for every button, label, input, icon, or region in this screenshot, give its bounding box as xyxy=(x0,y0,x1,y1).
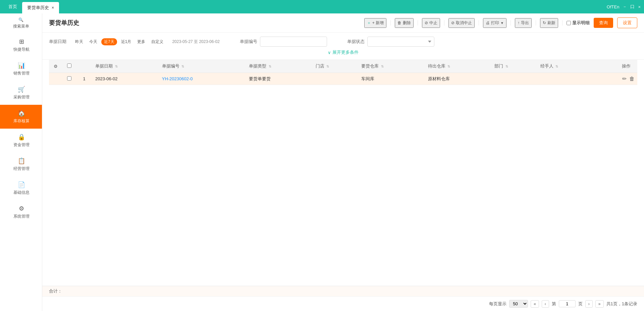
data-table: ⚙ 单据日期 ⇅ 单据编号 ⇅ xyxy=(49,60,637,85)
sort-handler-icon: ⇅ xyxy=(555,64,558,68)
refresh-icon: ↻ xyxy=(543,20,546,25)
doc-status-group: 单据状态 xyxy=(347,37,434,47)
per-page-select[interactable]: 50 100 xyxy=(509,300,528,308)
new-button[interactable]: ＋ + 新增 xyxy=(364,18,386,28)
date-btn-1month[interactable]: 近1月 xyxy=(119,38,133,45)
doc-status-select[interactable] xyxy=(367,37,434,47)
refresh-label: 刷新 xyxy=(547,20,555,26)
th-checkbox[interactable] xyxy=(62,60,76,73)
query-button[interactable]: 查询 xyxy=(594,18,613,28)
sidebar-item-basic[interactable]: 📄 基础信息 xyxy=(0,176,42,200)
th-handler[interactable]: 经手人 ⇅ xyxy=(538,60,594,73)
delete-row-icon[interactable]: 🗑 xyxy=(629,76,635,82)
divider2 xyxy=(418,20,418,26)
page-number-input[interactable] xyxy=(559,300,576,307)
sidebar-item-quick-nav[interactable]: ⊞ 快捷导航 xyxy=(0,33,42,57)
expand-chevron-icon: ∨ xyxy=(328,50,331,55)
refresh-button[interactable]: ↻ 刷新 xyxy=(540,18,558,28)
minimize-icon[interactable]: － xyxy=(623,4,627,10)
delete-icon: 🗑 xyxy=(397,20,401,25)
row-num: 1 xyxy=(76,73,93,85)
th-doc-date[interactable]: 单据日期 ⇅ xyxy=(93,60,159,73)
expand-more-btn[interactable]: ∨ 展开更多条件 xyxy=(49,49,637,55)
prev-page-btn[interactable]: ‹ xyxy=(542,300,549,308)
sidebar-item-sales[interactable]: 📊 销售管理 xyxy=(0,57,42,81)
doc-number-link[interactable]: YH-20230602-0 xyxy=(162,76,193,81)
sidebar-label-finance: 资金管理 xyxy=(13,142,30,148)
table-row: 1 2023-06-02 YH-20230602-0 要货单要货 车间库 原材料… xyxy=(49,73,637,85)
action-icons: ✏ 🗑 xyxy=(596,76,635,82)
th-settings[interactable]: ⚙ xyxy=(49,60,62,73)
basic-icon: 📄 xyxy=(18,181,25,188)
next-page-btn[interactable]: › xyxy=(585,300,593,308)
date-btn-7days[interactable]: 近7天 xyxy=(101,38,117,45)
th-pending-warehouse[interactable]: 待出仓库 ⇅ xyxy=(425,60,492,73)
row-checkbox[interactable] xyxy=(62,73,76,85)
per-page-label: 每页显示 xyxy=(489,301,506,307)
table-container: ⚙ 单据日期 ⇅ 单据编号 ⇅ xyxy=(42,60,644,286)
page-summary: 共1页，1条记录 xyxy=(606,301,637,307)
sales-icon: 📊 xyxy=(18,62,25,69)
last-page-btn[interactable]: » xyxy=(595,300,604,308)
row-select-checkbox[interactable] xyxy=(67,76,71,81)
date-range-display: 2023-05-27 至 2023-06-02 xyxy=(172,39,219,45)
sort-dept-icon: ⇅ xyxy=(505,64,508,68)
export-button[interactable]: ↑ 导出 xyxy=(515,18,532,28)
maximize-icon[interactable]: 口 xyxy=(630,4,635,10)
display-detail-label: 显示明细 xyxy=(572,20,590,26)
cancel-stop-button[interactable]: ⊘ 取消中止 xyxy=(448,18,475,28)
delete-button[interactable]: 🗑 删除 xyxy=(395,18,414,28)
th-doc-number[interactable]: 单据编号 ⇅ xyxy=(159,60,246,73)
delete-label: 删除 xyxy=(403,20,411,26)
filter-dates: 昨天 今天 近7天 近1月 更多 自定义 xyxy=(73,38,165,45)
settings-button[interactable]: 设置 xyxy=(617,17,637,28)
date-btn-yesterday[interactable]: 昨天 xyxy=(73,38,85,45)
sidebar-item-inventory[interactable]: 🏠 库存核算 xyxy=(0,105,42,129)
toolbar: ＋ + 新增 🗑 删除 ⊘ 中止 ⊘ 取消中止 xyxy=(364,17,637,28)
home-tab[interactable]: 首页 xyxy=(3,0,22,13)
doc-number-input[interactable] xyxy=(260,37,327,47)
print-button[interactable]: 🖨 打印 ▼ xyxy=(483,18,506,28)
content-area: 要货单历史 ＋ + 新增 🗑 删除 ⊘ 中止 ⊘ xyxy=(42,13,644,311)
date-btn-custom[interactable]: 自定义 xyxy=(149,38,165,45)
filter-area: 单据日期 昨天 今天 近7天 近1月 更多 自定义 2023-05-27 至 2… xyxy=(42,33,644,60)
stop-button[interactable]: ⊘ 中止 xyxy=(422,18,440,28)
divider6 xyxy=(536,20,536,26)
sidebar-item-system[interactable]: ⚙ 系统管理 xyxy=(0,200,42,224)
window-close-icon[interactable]: × xyxy=(638,4,641,9)
doc-status-label: 单据状态 xyxy=(347,39,365,45)
select-all-checkbox[interactable] xyxy=(67,63,71,68)
th-doc-type[interactable]: 单据类型 ⇅ xyxy=(246,60,313,73)
sidebar-label-sales: 销售管理 xyxy=(13,71,30,76)
th-store[interactable]: 门店 ⇅ xyxy=(313,60,359,73)
sidebar-item-purchase[interactable]: 🛒 采购管理 xyxy=(0,81,42,105)
date-btn-more[interactable]: 更多 xyxy=(135,38,147,45)
print-icon: 🖨 xyxy=(486,20,490,25)
th-dept[interactable]: 部门 ⇅ xyxy=(492,60,537,73)
sidebar-item-finance[interactable]: 🔒 资金管理 xyxy=(0,129,42,152)
expand-label: 展开更多条件 xyxy=(332,49,359,55)
main-layout: 🔍 搜索菜单 ⊞ 快捷导航 📊 销售管理 🛒 采购管理 🏠 库存核算 🔒 资金管… xyxy=(0,13,644,311)
active-tab[interactable]: 要货单历史 × xyxy=(22,2,59,13)
divider4 xyxy=(479,20,479,26)
edit-icon[interactable]: ✏ xyxy=(622,76,627,82)
page-prefix-label: 第 xyxy=(552,301,556,307)
inventory-icon: 🏠 xyxy=(18,109,25,117)
date-btn-today[interactable]: 今天 xyxy=(87,38,99,45)
stop-icon: ⊘ xyxy=(425,20,428,25)
th-req-warehouse[interactable]: 要货仓库 ⇅ xyxy=(359,60,425,73)
filter-row: 单据日期 昨天 今天 近7天 近1月 更多 自定义 2023-05-27 至 2… xyxy=(49,37,637,47)
footer-total-label: 合计： xyxy=(49,288,62,294)
sidebar-item-operation[interactable]: 📋 经营管理 xyxy=(0,152,42,176)
sort-pending-warehouse-icon: ⇅ xyxy=(447,64,450,68)
sort-req-warehouse-icon: ⇅ xyxy=(381,64,384,68)
page-header: 要货单历史 ＋ + 新增 🗑 删除 ⊘ 中止 ⊘ xyxy=(42,13,644,33)
first-page-btn[interactable]: « xyxy=(531,300,539,308)
sidebar-search[interactable]: 🔍 搜索菜单 xyxy=(0,13,42,33)
close-tab-icon[interactable]: × xyxy=(52,5,54,10)
display-detail-checkbox[interactable] xyxy=(567,21,571,25)
row-handler xyxy=(538,73,594,85)
search-label: 搜索菜单 xyxy=(13,24,29,29)
th-action: 操作 xyxy=(594,60,637,73)
display-detail-toggle[interactable]: 显示明细 xyxy=(567,20,590,26)
